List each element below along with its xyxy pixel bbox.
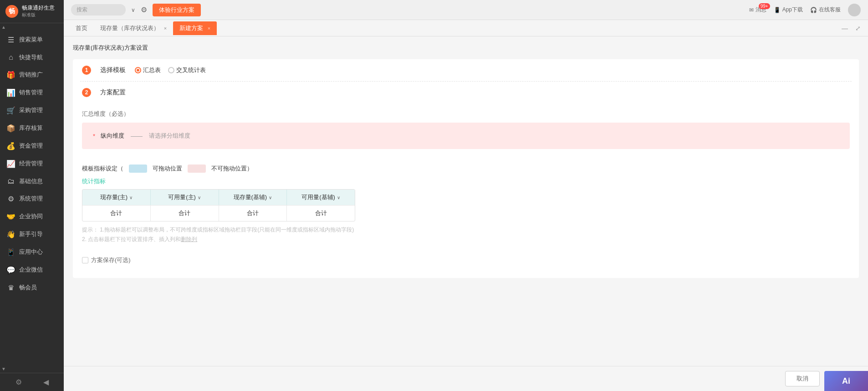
sidebar-item-collab[interactable]: 🤝 企业协同: [0, 208, 64, 226]
tab-new-plan-label: 新建方案: [179, 25, 203, 31]
tab-new-plan-close[interactable]: ×: [208, 26, 210, 31]
stats-col-4[interactable]: 可用量(基辅) ∨: [287, 190, 355, 205]
gift-icon: 🎁: [6, 71, 15, 79]
tabbar: 首页 现存量（库存状况表） × 新建方案 × — ⤢: [64, 20, 868, 36]
sidebar-item-basic-info[interactable]: 🗂 基础信息: [0, 173, 64, 190]
sidebar-item-sales[interactable]: 📊 销售管理: [0, 84, 64, 102]
tab-minimize-icon[interactable]: —: [840, 24, 850, 33]
tab-inventory[interactable]: 现存量（库存状况表） ×: [94, 21, 173, 35]
stats-col-2-label: 可用量(主): [168, 193, 196, 201]
tab-expand-icon[interactable]: ⤢: [853, 24, 863, 33]
tab-inventory-close[interactable]: ×: [164, 26, 167, 31]
radio-summary-dot: [135, 67, 141, 73]
sidebar-item-label: 企业协同: [19, 212, 43, 221]
search-box[interactable]: 搜索: [71, 4, 126, 15]
wave-icon: 👋: [6, 230, 15, 239]
online-service-label: 在线客服: [819, 6, 841, 14]
wechat-icon: 💬: [6, 266, 15, 274]
cancel-button[interactable]: 取消: [785, 371, 820, 386]
tip-1: 提示： 1.拖动标题栏可以调整布局，不可跨维度或指标区域拖动栏目字段(只能在同一…: [82, 226, 850, 234]
stats-col-4-label: 可用量(基辅): [301, 193, 335, 201]
stats-col-2[interactable]: 可用量(主) ∨: [151, 190, 219, 205]
step2-badge: 2: [82, 88, 91, 97]
trial-button[interactable]: 体验行业方案: [153, 4, 201, 16]
draggable-label: 可拖动位置: [153, 165, 182, 173]
stats-col-3[interactable]: 现存量(基辅) ∨: [219, 190, 287, 205]
sidebar-item-marketing[interactable]: 🎁 营销推广: [0, 66, 64, 84]
sidebar-nav: ☰ 搜索菜单 ⌂ 快捷导航 🎁 营销推广 📊 销售管理 🛒 采购管理 📦 库存核…: [0, 31, 64, 365]
not-draggable-indicator-box: [188, 165, 206, 173]
cart-icon: 🛒: [6, 106, 15, 115]
tab-home-label: 首页: [76, 25, 87, 31]
sidebar-item-label: 企业微信: [19, 266, 43, 274]
tab-new-plan[interactable]: 新建方案 ×: [173, 21, 217, 35]
collapse-icon[interactable]: ◀: [43, 378, 49, 386]
sidebar: 畅 畅康通好生意 标准版 ▲ ☰ 搜索菜单 ⌂ 快捷导航 🎁 营销推广 📊 销售…: [0, 0, 64, 391]
config-section: 汇总维度（必选） * 纵向维度 —— 请选择分组维度: [73, 103, 859, 160]
stats-header-row: 现存量(主) ∨ 可用量(主) ∨ 现存量(基辅) ∨ 可用量(基辅): [82, 190, 355, 205]
sidebar-scroll-down[interactable]: ▼: [0, 365, 64, 373]
topbar-dropdown[interactable]: ∨: [131, 7, 135, 13]
save-checkbox-label[interactable]: 方案保存(可选): [82, 256, 131, 264]
ai-badge[interactable]: Ai: [824, 371, 868, 391]
sidebar-item-wecom[interactable]: 💬 企业微信: [0, 261, 64, 279]
dim-placeholder[interactable]: 请选择分组维度: [149, 132, 190, 140]
dim-line: ——: [130, 133, 143, 139]
summary-dim-label: 汇总维度（必选）: [82, 110, 850, 118]
stats-label: 统计指标: [82, 177, 850, 185]
gear-icon: ⚙: [6, 195, 15, 203]
stats-col-3-label: 现存量(基辅): [234, 193, 267, 201]
tab-home[interactable]: 首页: [69, 21, 94, 35]
stats-section: 统计指标 现存量(主) ∨ 可用量(主) ∨ 现存量(基辅): [73, 177, 859, 221]
stats-col-1-label: 现存量(主): [100, 193, 128, 201]
money-icon: 💰: [6, 142, 15, 150]
indicator-row: 模板指标设定（ 可拖动位置 不可拖动位置）: [73, 160, 859, 177]
tabbar-right: — ⤢: [840, 24, 863, 33]
step2-label: 方案配置: [100, 88, 126, 97]
stats-cell-1-3: 合计: [219, 206, 287, 221]
user-avatar[interactable]: [848, 4, 861, 16]
sidebar-item-search[interactable]: ☰ 搜索菜单: [0, 31, 64, 49]
sidebar-logo: 畅 畅康通好生意 标准版: [0, 0, 64, 23]
radio-cross[interactable]: 交叉统计表: [168, 66, 206, 74]
online-service-link[interactable]: 🎧 在线客服: [810, 6, 841, 14]
step1-badge: 1: [82, 66, 91, 75]
mobile-icon: 📱: [6, 248, 15, 257]
footer: 取消 查询: [64, 366, 868, 391]
radio-cross-dot: [168, 67, 174, 73]
radio-summary[interactable]: 汇总表: [135, 66, 161, 74]
sidebar-item-label: 库存核算: [19, 124, 43, 132]
sidebar-item-system[interactable]: ⚙ 系统管理: [0, 190, 64, 208]
chevron-down-icon-2: ∨: [198, 195, 201, 200]
sidebar-item-inventory[interactable]: 📦 库存核算: [0, 119, 64, 137]
sidebar-item-finance[interactable]: 💰 资金管理: [0, 137, 64, 155]
ai-label: Ai: [842, 376, 850, 386]
home-icon: ⌂: [6, 53, 15, 62]
chevron-down-icon-4: ∨: [337, 195, 340, 200]
sidebar-item-app-center[interactable]: 📱 应用中心: [0, 243, 64, 261]
sidebar-item-quick-nav[interactable]: ⌂ 快捷导航: [0, 49, 64, 66]
topbar-right: ✉ 消息 99+ 📱 App下载 🎧 在线客服: [749, 4, 861, 16]
sidebar-item-label: 销售管理: [19, 88, 43, 97]
not-draggable-label: 不可拖动位置）: [211, 165, 253, 173]
stats-cell-1-2: 合计: [151, 206, 219, 221]
message-button[interactable]: ✉ 消息 99+: [749, 6, 766, 14]
sidebar-item-member[interactable]: ♛ 畅会员: [0, 279, 64, 297]
sidebar-item-label: 资金管理: [19, 142, 43, 150]
topbar-gear-icon[interactable]: ⚙: [141, 5, 147, 14]
save-checkbox-text: 方案保存(可选): [91, 256, 131, 264]
stats-cell-1-4: 合计: [287, 206, 355, 221]
content-area: 现存量(库存状况表)方案设置 1 选择模板 汇总表 交叉统计表: [64, 36, 868, 366]
sidebar-item-guide[interactable]: 👋 新手引导: [0, 226, 64, 243]
sidebar-item-purchase[interactable]: 🛒 采购管理: [0, 102, 64, 119]
app-version: 标准版: [22, 12, 55, 18]
save-checkbox[interactable]: [82, 257, 88, 263]
app-download-link[interactable]: 📱 App下载: [774, 6, 803, 14]
stats-col-1[interactable]: 现存量(主) ∨: [82, 190, 151, 205]
chevron-down-icon-1: ∨: [129, 195, 133, 200]
search-menu-icon: ☰: [6, 36, 15, 44]
sidebar-scroll-up[interactable]: ▲: [0, 23, 64, 31]
settings-icon[interactable]: ⚙: [15, 378, 22, 386]
tip-2: 2. 点击标题栏下拉可设置排序、插入列和删除列: [82, 236, 850, 243]
sidebar-item-management[interactable]: 📈 经营管理: [0, 155, 64, 173]
